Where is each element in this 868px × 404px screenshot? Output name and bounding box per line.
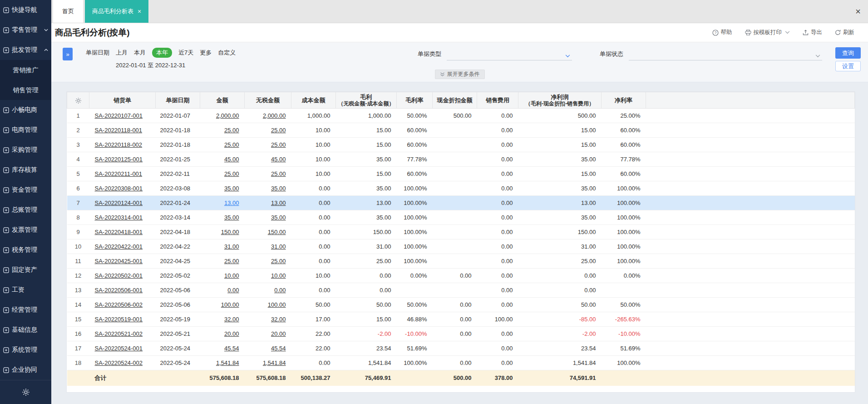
- window-close-icon[interactable]: ×: [855, 0, 861, 23]
- tab-close-icon[interactable]: ×: [138, 8, 141, 15]
- sidebar-subitem[interactable]: 营销推广: [0, 60, 51, 80]
- amount-drill-link[interactable]: 45.00: [224, 156, 239, 163]
- amount-drill-link[interactable]: 2,000.00: [216, 112, 239, 119]
- sales-order-link[interactable]: SA-20220506-001: [95, 287, 143, 294]
- table-row[interactable]: 14SA-20220506-0022022-05-06100.00100.005…: [67, 298, 855, 312]
- amount-drill-link[interactable]: 35.00: [224, 214, 239, 221]
- sidebar-item-15[interactable]: 基础信息: [0, 320, 51, 340]
- date-range-value[interactable]: 2022-01-01 至 2022-12-31: [116, 61, 242, 70]
- sales-order-link[interactable]: SA-20220107-001: [95, 112, 143, 119]
- tax_free-drill-link[interactable]: 25.00: [271, 127, 286, 134]
- table-row[interactable]: 8SA-20220314-0012022-03-1435.0035.000.00…: [67, 210, 855, 225]
- tax_free-drill-link[interactable]: 20.00: [271, 330, 286, 337]
- collapse-filter-panel-button[interactable]: »: [63, 48, 73, 60]
- table-row[interactable]: 3SA-20220118-0022022-01-1825.0025.0010.0…: [67, 138, 855, 152]
- sidebar-item-6[interactable]: 采购管理: [0, 140, 51, 160]
- tax_free-drill-link[interactable]: 1,541.84: [263, 359, 286, 366]
- sales-order-link[interactable]: SA-20220125-001: [95, 156, 143, 163]
- tax_free-drill-link[interactable]: 25.00: [271, 141, 286, 148]
- sidebar-settings-gear-icon[interactable]: [22, 388, 30, 396]
- table-row[interactable]: 18SA-20220524-0022022-05-241,541.841,541…: [67, 356, 855, 370]
- amount-drill-link[interactable]: 32.00: [224, 316, 239, 323]
- quick-option-近7天[interactable]: 近7天: [178, 49, 193, 57]
- amount-drill-link[interactable]: 100.00: [221, 301, 239, 308]
- column-header[interactable]: 净利润（毛利-现金折扣-销售费用）: [518, 92, 602, 109]
- tax_free-drill-link[interactable]: 0.00: [274, 287, 286, 294]
- query-button[interactable]: 查询: [835, 47, 861, 59]
- amount-drill-link[interactable]: 25.00: [224, 170, 239, 177]
- sidebar-item-2[interactable]: 零售管理: [0, 20, 51, 40]
- tax_free-drill-link[interactable]: 45.00: [271, 156, 286, 163]
- table-row[interactable]: 17SA-20220524-0012022-05-2445.5445.5422.…: [67, 341, 855, 356]
- amount-drill-link[interactable]: 35.00: [224, 185, 239, 192]
- amount-drill-link[interactable]: 25.00: [224, 258, 239, 264]
- column-header[interactable]: 净利率: [602, 92, 646, 109]
- sales-order-link[interactable]: SA-20220314-001: [95, 214, 143, 221]
- sidebar-item-3[interactable]: 批发管理: [0, 40, 51, 60]
- sales-order-link[interactable]: SA-20220124-001: [95, 200, 143, 206]
- amount-drill-link[interactable]: 20.00: [224, 330, 239, 337]
- amount-drill-link[interactable]: 150.00: [221, 229, 239, 235]
- quick-option-上月[interactable]: 上月: [116, 49, 128, 57]
- table-row[interactable]: 7SA-20220124-0012022-01-2413.0013.000.00…: [67, 196, 855, 210]
- tax_free-drill-link[interactable]: 100.00: [268, 301, 286, 308]
- sidebar-item-4[interactable]: 小畅电商: [0, 100, 51, 120]
- tax_free-drill-link[interactable]: 32.00: [271, 316, 286, 323]
- settings-button[interactable]: 设置: [835, 61, 861, 71]
- column-settings-gear-icon[interactable]: [67, 92, 89, 109]
- tax_free-drill-link[interactable]: 25.00: [271, 170, 286, 177]
- tax_free-drill-link[interactable]: 45.54: [271, 345, 286, 352]
- amount-drill-link[interactable]: 13.00: [224, 200, 239, 206]
- quick-option-自定义[interactable]: 自定义: [218, 49, 236, 57]
- table-row[interactable]: 12SA-20220502-0012022-05-0210.0010.0010.…: [67, 269, 855, 283]
- column-header[interactable]: 金额: [200, 92, 245, 109]
- sales-order-link[interactable]: SA-20220422-001: [95, 243, 143, 250]
- chevron-down-icon[interactable]: [785, 31, 790, 34]
- help-action[interactable]: ?帮助: [712, 29, 732, 36]
- sales-order-link[interactable]: SA-20220521-002: [95, 330, 143, 337]
- sales-order-link[interactable]: SA-20220524-002: [95, 359, 143, 366]
- column-header[interactable]: 销货单: [89, 92, 156, 109]
- tax_free-drill-link[interactable]: 25.00: [271, 258, 286, 264]
- sales-order-link[interactable]: SA-20220506-002: [95, 301, 143, 308]
- table-row[interactable]: 13SA-20220506-0012022-05-060.000.000.000…: [67, 283, 855, 298]
- doc-status-select[interactable]: [629, 49, 822, 60]
- table-row[interactable]: 11SA-20220425-0012022-04-2525.0025.000.0…: [67, 254, 855, 269]
- sidebar-item-11[interactable]: 税务管理: [0, 240, 51, 260]
- table-row[interactable]: 15SA-20220519-0012022-05-1932.0032.0017.…: [67, 312, 855, 327]
- amount-drill-link[interactable]: 10.00: [224, 272, 239, 279]
- column-header[interactable]: 成本金额: [291, 92, 336, 109]
- sales-order-link[interactable]: SA-20220308-001: [95, 185, 143, 192]
- sales-order-link[interactable]: SA-20220502-001: [95, 272, 143, 279]
- column-header[interactable]: 销售费用: [477, 92, 518, 109]
- column-header[interactable]: 毛利（无税金额-成本金额）: [336, 92, 397, 109]
- sidebar-item-10[interactable]: 发票管理: [0, 220, 51, 240]
- sidebar-item-16[interactable]: 系统管理: [0, 340, 51, 360]
- amount-drill-link[interactable]: 45.54: [224, 345, 239, 352]
- table-row[interactable]: 9SA-20220418-0012022-04-18150.00150.000.…: [67, 225, 855, 239]
- sidebar-item-5[interactable]: 电商管理: [0, 120, 51, 140]
- quick-option-更多[interactable]: 更多: [200, 49, 212, 57]
- sales-order-link[interactable]: SA-20220425-001: [95, 258, 143, 264]
- tax_free-drill-link[interactable]: 31.00: [271, 243, 286, 250]
- sidebar-item-12[interactable]: 固定资产: [0, 260, 51, 280]
- sidebar-item-7[interactable]: 库存核算: [0, 160, 51, 180]
- column-header[interactable]: 现金折扣金额: [433, 92, 477, 109]
- tax_free-drill-link[interactable]: 35.00: [271, 214, 286, 221]
- table-row[interactable]: 4SA-20220125-0012022-01-2545.0045.0010.0…: [67, 152, 855, 167]
- tax_free-drill-link[interactable]: 2,000.00: [263, 112, 286, 119]
- export-action[interactable]: 导出: [803, 29, 822, 36]
- amount-drill-link[interactable]: 0.00: [227, 287, 239, 294]
- amount-drill-link[interactable]: 25.00: [224, 141, 239, 148]
- table-row[interactable]: 5SA-20220211-0012022-02-1125.0025.0010.0…: [67, 167, 855, 181]
- tab-gross-profit-report[interactable]: 商品毛利分析表 ×: [85, 0, 148, 23]
- doc-type-select[interactable]: [447, 49, 572, 60]
- table-row[interactable]: 16SA-20220521-0022022-05-2120.0020.0022.…: [67, 327, 855, 341]
- sidebar-item-13[interactable]: 工资: [0, 280, 51, 300]
- sales-order-link[interactable]: SA-20220519-001: [95, 316, 143, 323]
- tax_free-drill-link[interactable]: 150.00: [268, 229, 286, 235]
- tax_free-drill-link[interactable]: 13.00: [271, 200, 286, 206]
- quick-option-本月[interactable]: 本月: [134, 49, 146, 57]
- expand-more-conditions-button[interactable]: 展开更多条件: [435, 70, 485, 79]
- refresh-action[interactable]: 刷新: [835, 29, 854, 36]
